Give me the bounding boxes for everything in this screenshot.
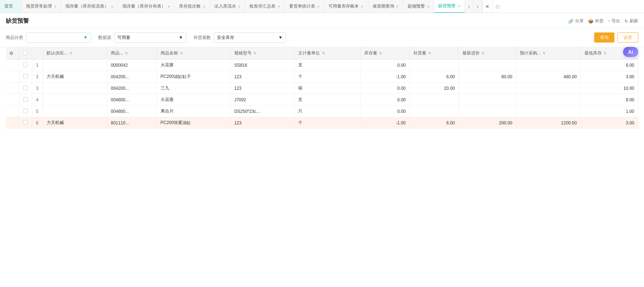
- row-supplier: 力天机械: [43, 71, 107, 83]
- tab-stock-status[interactable]: 现存量（库存状况表） ×: [61, 0, 118, 13]
- col-product-code[interactable]: 商品... ⇅: [107, 47, 157, 59]
- category-dropdown-arrow: ▼: [83, 35, 88, 40]
- row-replenish: 6.00: [409, 71, 458, 83]
- sort-stock-icon: ⇅: [379, 51, 382, 55]
- row-checkbox[interactable]: [23, 120, 28, 125]
- sort-code-icon: ⇅: [125, 51, 128, 55]
- select-all-checkbox[interactable]: [23, 50, 27, 55]
- col-supplier[interactable]: 默认供应... ⇅: [43, 47, 107, 59]
- sort-price-icon: ⇅: [482, 51, 484, 55]
- export-action[interactable]: ↑ 导出: [608, 18, 620, 24]
- tab-close-abnormal[interactable]: ×: [54, 4, 56, 9]
- datasource-select[interactable]: 可用量 ▼: [114, 32, 186, 43]
- table-row: 5 004800... 离合片 DS250*23c... 只 0.00 1.00: [6, 106, 638, 117]
- col-product-name[interactable]: 商品名称 ⇅: [157, 47, 230, 59]
- row-number: 1: [32, 59, 43, 71]
- tab-close-shortage[interactable]: ×: [458, 4, 460, 8]
- row-spec: 123: [230, 83, 294, 94]
- row-replenish: [409, 59, 458, 71]
- tab-close-stock-status[interactable]: ×: [111, 4, 113, 9]
- row-number: 2: [32, 71, 43, 83]
- row-replenish: [409, 106, 458, 117]
- replenish-base-select[interactable]: 安全库存 ▼: [214, 32, 286, 43]
- category-select[interactable]: ▼: [26, 32, 91, 43]
- tab-inout[interactable]: 出入库流水 ×: [210, 0, 245, 13]
- row-unit: 支: [295, 59, 360, 71]
- tab-demand[interactable]: 要货单统计表 ×: [285, 0, 324, 13]
- row-gear-cell: [6, 94, 19, 106]
- row-unit: 箱: [295, 83, 360, 94]
- tab-maximize-btn[interactable]: □: [492, 0, 502, 13]
- row-checkbox[interactable]: [23, 109, 28, 113]
- tab-abnormal[interactable]: 拣货异常处理 ×: [22, 0, 61, 13]
- row-stock: 0.00: [360, 106, 409, 117]
- col-latest-price[interactable]: 最新进价 ⇅: [458, 47, 516, 59]
- tab-overstock[interactable]: 超储预警 ×: [403, 0, 434, 13]
- tab-shortage[interactable]: 缺货预警 ×: [434, 0, 465, 13]
- row-checkbox-cell: [19, 59, 32, 71]
- tab-home[interactable]: 首页: [0, 0, 22, 13]
- tab-close-all-btn[interactable]: ✕: [482, 0, 492, 13]
- row-supplier: [43, 59, 107, 71]
- query-button[interactable]: 查询: [594, 32, 614, 43]
- row-checkbox[interactable]: [23, 62, 28, 67]
- sort-est-icon: ⇅: [543, 51, 545, 55]
- row-replenish: 20.00: [409, 83, 458, 94]
- replenish-base-filter-group: 补货基数 安全库存 ▼: [193, 32, 286, 43]
- replenish-icon: 📦: [588, 19, 593, 24]
- row-checkbox-cell: [19, 94, 32, 106]
- row-number: 4: [32, 94, 43, 106]
- row-latest-price: [458, 106, 516, 117]
- table-row: 2 力天机械 004200... PC200油缸缸子 123 个 -1.00 6…: [6, 71, 638, 83]
- header-actions: 🔗 分享 📦 补货 ↑ 导出 ↻ 刷新: [568, 18, 638, 24]
- ai-badge[interactable]: Ai: [623, 47, 638, 57]
- tab-collect[interactable]: 收发存汇总表 ×: [245, 0, 284, 13]
- col-checkbox-header: [19, 47, 32, 59]
- row-product-code: 801110...: [107, 117, 157, 129]
- setting-button[interactable]: 设置: [617, 32, 638, 43]
- col-estimated-purchase[interactable]: 预计采购... ⇅: [516, 47, 581, 59]
- col-stock[interactable]: 库存量 ⇅: [360, 47, 409, 59]
- refresh-action[interactable]: ↻ 刷新: [625, 18, 638, 24]
- row-stock: 0.00: [360, 94, 409, 106]
- page-title: 缺货预警: [6, 17, 29, 25]
- replenish-action[interactable]: 📦 补货: [588, 18, 604, 24]
- row-supplier: [43, 106, 107, 117]
- col-replenish[interactable]: 补货量 ⇅: [409, 47, 458, 59]
- tab-prev-btn[interactable]: ‹: [465, 0, 474, 13]
- row-checkbox[interactable]: [23, 74, 28, 79]
- tab-close-demand[interactable]: ×: [317, 4, 319, 9]
- row-checkbox-cell: [19, 71, 32, 83]
- tab-available[interactable]: 可用量库存账本 ×: [324, 0, 368, 13]
- gear-icon[interactable]: ⚙: [9, 51, 13, 56]
- row-estimated-purchase: [516, 106, 581, 117]
- row-supplier: 力天机械: [43, 117, 107, 129]
- tab-close-overstock[interactable]: ×: [427, 4, 429, 9]
- share-action[interactable]: 🔗 分享: [568, 18, 584, 24]
- row-spec: SS816: [230, 59, 294, 71]
- tab-close-expiry[interactable]: ×: [396, 4, 399, 9]
- row-spec: J7092: [230, 94, 294, 106]
- row-checkbox[interactable]: [23, 85, 28, 90]
- row-unit: 支: [295, 94, 360, 106]
- row-stock: 0.00: [360, 59, 409, 71]
- tab-next-btn[interactable]: ›: [474, 0, 482, 13]
- row-min-stock: 10.00: [580, 83, 638, 94]
- col-unit[interactable]: 主计量单位 ⇅: [295, 47, 360, 59]
- share-icon: 🔗: [568, 19, 574, 24]
- tab-expiry[interactable]: 保质期查询 ×: [368, 0, 403, 13]
- replenish-base-value: 安全库存: [217, 35, 234, 41]
- tab-close-inout[interactable]: ×: [238, 4, 240, 9]
- col-spec[interactable]: 规格型号 ⇅: [230, 47, 294, 59]
- tab-stock-dist[interactable]: 现存量（库存分布表） ×: [118, 0, 175, 13]
- tab-batch[interactable]: 库存批次账 ×: [175, 0, 210, 13]
- export-icon: ↑: [608, 19, 610, 24]
- tab-close-stock-dist[interactable]: ×: [168, 4, 170, 9]
- tab-close-available[interactable]: ×: [361, 4, 363, 9]
- row-checkbox[interactable]: [23, 97, 28, 102]
- col-gear: ⚙: [6, 47, 19, 59]
- tab-close-batch[interactable]: ×: [203, 4, 205, 9]
- row-latest-price: 200.00: [458, 117, 516, 129]
- col-rownum: [32, 47, 43, 59]
- tab-close-collect[interactable]: ×: [278, 4, 280, 9]
